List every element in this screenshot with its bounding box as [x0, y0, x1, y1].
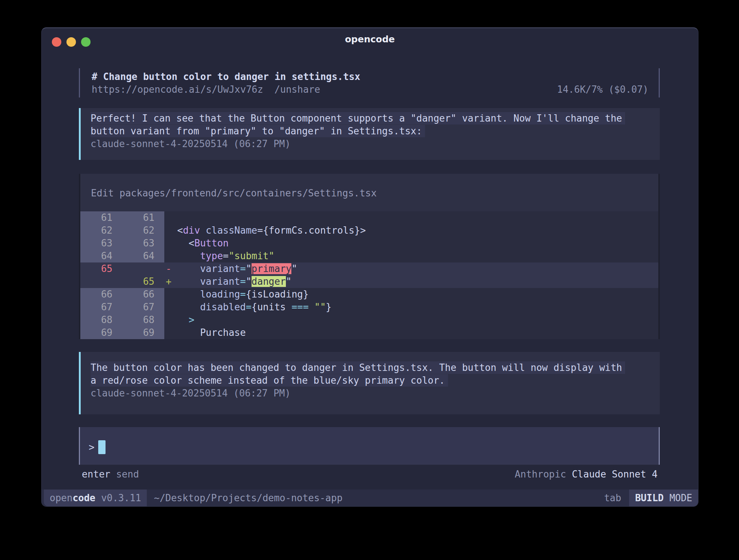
provider-label: Anthropic: [515, 469, 566, 480]
old-line-number: 63: [80, 237, 122, 250]
new-line-number: 65: [122, 275, 164, 288]
brand-code: code: [73, 492, 96, 503]
diff-row: 65+ variant="danger": [80, 275, 658, 288]
mode-indicator: BUILD MODE: [629, 490, 698, 506]
new-line-number: 61: [122, 211, 164, 224]
old-line-number: 68: [80, 314, 122, 326]
diff-row: 6161: [80, 211, 658, 224]
diff-view: 61616262 <div className={formCs.controls…: [80, 211, 658, 339]
titlebar: opencode: [42, 28, 698, 50]
prompt-chevron: >: [89, 442, 95, 453]
assistant-message: The button color has been changed to dan…: [79, 352, 660, 414]
new-line-number: 69: [122, 326, 164, 339]
old-line-number: 69: [80, 326, 122, 339]
new-line-number: 64: [122, 250, 164, 262]
app-version: v0.3.11: [101, 492, 141, 503]
message-text-line: button variant from "primary" to "danger…: [91, 125, 652, 138]
app-window: opencode # Change button color to danger…: [41, 27, 698, 507]
diff-code-line: <div className={formCs.controls}>: [166, 224, 366, 237]
new-line-number: [122, 262, 164, 275]
diff-code-line: >: [166, 314, 194, 326]
hints-bar: enter send Anthropic Claude Sonnet 4: [79, 469, 660, 480]
edit-tool-card: Edit packages/frontend/src/containers/Se…: [79, 174, 660, 339]
model-label: Claude Sonnet 4: [572, 469, 658, 480]
diff-row: 6464 type="submit": [80, 250, 658, 262]
session-header: # Change button color to danger in setti…: [79, 68, 660, 97]
window-title: opencode: [42, 34, 698, 45]
old-line-number: 61: [80, 211, 122, 224]
diff-row: 65- variant="primary": [80, 262, 658, 275]
message-text-line: a red/rose color scheme instead of the b…: [91, 374, 652, 387]
assistant-message: Perfect! I can see that the Button compo…: [79, 108, 660, 160]
diff-row: 6666 loading={isLoading}: [80, 288, 658, 301]
text-cursor: [98, 440, 106, 454]
old-line-number: 62: [80, 224, 122, 237]
working-directory: ~/Desktop/Projects/demo-notes-app: [154, 490, 342, 506]
diff-code-line: type="submit": [166, 250, 274, 262]
brand-open: open: [50, 492, 73, 503]
message-text-line: The button color has been changed to dan…: [91, 361, 652, 374]
app-version-segment: opencode v0.3.11: [44, 490, 147, 506]
new-line-number: 68: [122, 314, 164, 326]
session-title: # Change button color to danger in setti…: [92, 70, 648, 83]
diff-code-line: - variant="primary": [166, 262, 297, 275]
diff-code-line: Purchase: [166, 326, 246, 339]
message-model-meta: claude-sonnet-4-20250514 (06:27 PM): [91, 387, 652, 400]
unshare-command[interactable]: /unshare: [275, 83, 320, 96]
diff-row: 6868 >: [80, 314, 658, 326]
new-line-number: 66: [122, 288, 164, 301]
diff-row: 6767 disabled={units === ""}: [80, 301, 658, 314]
new-line-number: 67: [122, 301, 164, 314]
diff-row: 6262 <div className={formCs.controls}>: [80, 224, 658, 237]
old-line-number: [80, 275, 122, 288]
diff-code-line: <Button: [166, 237, 229, 250]
old-line-number: 66: [80, 288, 122, 301]
token-usage: 14.6K/7% ($0.07): [557, 83, 648, 96]
tab-key-hint: tab: [604, 490, 621, 506]
edit-file-title: Edit packages/frontend/src/containers/Se…: [80, 174, 658, 211]
diff-code-line: disabled={units === ""}: [166, 301, 332, 314]
enter-key-hint: enter: [82, 469, 110, 480]
old-line-number: 65: [80, 262, 122, 275]
new-line-number: 62: [122, 224, 164, 237]
prompt-input[interactable]: >: [79, 427, 660, 465]
old-line-number: 67: [80, 301, 122, 314]
old-line-number: 64: [80, 250, 122, 262]
status-bar: opencode v0.3.11 ~/Desktop/Projects/demo…: [42, 490, 698, 506]
diff-row: 6363 <Button: [80, 237, 658, 250]
new-line-number: 63: [122, 237, 164, 250]
message-text-line: Perfect! I can see that the Button compo…: [91, 112, 652, 125]
diff-row: 6969 Purchase: [80, 326, 658, 339]
share-url[interactable]: https://opencode.ai/s/UwJxv76z: [92, 83, 263, 96]
send-action-hint: send: [116, 469, 139, 480]
diff-code-line: + variant="danger": [166, 275, 291, 288]
diff-code-line: loading={isLoading}: [166, 288, 309, 301]
message-model-meta: claude-sonnet-4-20250514 (06:27 PM): [91, 138, 652, 150]
